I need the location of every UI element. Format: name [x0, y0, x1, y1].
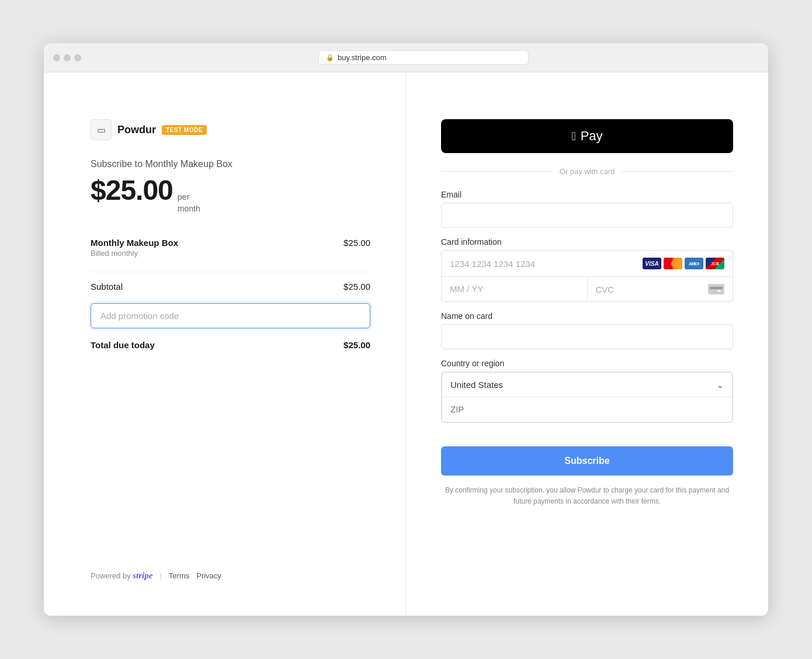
merchant-name: Powdur [117, 124, 156, 136]
or-line-left [441, 171, 553, 172]
subscribe-title: Subscribe to Monthly Makeup Box [91, 159, 370, 169]
subtotal-label: Subtotal [91, 282, 123, 292]
name-on-card-label: Name on card [441, 311, 733, 321]
line-item-sub: Billed monthly [91, 249, 178, 258]
powered-by-text: Powered by stripe [91, 571, 152, 581]
apple-pay-button[interactable]:  Pay [441, 119, 733, 153]
url-bar-inner[interactable]: 🔒 buy.stripe.com [318, 50, 529, 65]
total-row: Total due today $25.00 [91, 340, 370, 350]
browser-window: 🔒 buy.stripe.com ▭ Powdur TEST MODE Subs… [44, 43, 768, 616]
total-label: Total due today [91, 340, 155, 350]
divider [91, 272, 370, 272]
price-amount: $25.00 [91, 174, 173, 206]
card-number-placeholder: 1234 1234 1234 1234 [450, 259, 535, 269]
apple-pay-label: Pay [581, 129, 603, 144]
card-info-label: Card information [441, 237, 733, 247]
mastercard-icon [664, 258, 682, 269]
browser-chrome: 🔒 buy.stripe.com [44, 43, 768, 72]
card-cvc-input[interactable]: CVC [588, 277, 733, 301]
jcb-icon: JCB [706, 258, 724, 269]
country-region-group: Country or region United States ⌄ [441, 359, 733, 423]
country-selected-value: United States [450, 380, 503, 390]
visa-icon: VISA [643, 258, 661, 269]
subtotal-amount: $25.00 [343, 282, 370, 292]
svg-rect-2 [717, 290, 721, 292]
left-footer: Powered by stripe | Terms Privacy [91, 571, 370, 581]
svg-rect-1 [710, 287, 723, 289]
card-info-group: Card information 1234 1234 1234 1234 VIS… [441, 237, 733, 302]
total-amount: $25.00 [343, 340, 370, 350]
merchant-icon: ▭ [91, 119, 112, 140]
merchant-icon-symbol: ▭ [97, 124, 106, 136]
left-panel: ▭ Powdur TEST MODE Subscribe to Monthly … [44, 72, 406, 616]
terms-link[interactable]: Terms [169, 571, 189, 580]
chevron-down-icon: ⌄ [717, 380, 724, 390]
card-expiry-input[interactable]: MM / YY [442, 277, 588, 301]
country-region-wrapper: United States ⌄ [441, 372, 733, 423]
price-period: per month [178, 192, 200, 214]
or-line-right [622, 171, 733, 172]
zip-input-wrapper [442, 397, 733, 422]
browser-content: ▭ Powdur TEST MODE Subscribe to Monthly … [44, 72, 768, 616]
browser-url-bar: 🔒 buy.stripe.com [88, 50, 759, 65]
zip-input[interactable] [450, 404, 724, 414]
card-expiry-cvc-row: MM / YY CVC [441, 277, 733, 302]
footer-divider: | [159, 571, 161, 580]
terms-text: By confirming your subscription, you all… [441, 485, 733, 507]
subscribe-button[interactable]: Subscribe [441, 446, 733, 476]
dot-red [53, 54, 60, 61]
right-panel:  Pay Or pay with card Email Card inform… [406, 72, 768, 616]
email-group: Email [441, 190, 733, 228]
dot-green [74, 54, 81, 61]
line-items: Monthly Makeup Box Billed monthly $25.00 [91, 238, 370, 258]
or-divider: Or pay with card [441, 167, 733, 176]
country-region-label: Country or region [441, 359, 733, 368]
email-label: Email [441, 190, 733, 199]
amex-icon: AMEX [685, 258, 703, 269]
line-item: Monthly Makeup Box Billed monthly $25.00 [91, 238, 370, 258]
apple-logo-icon:  [571, 130, 575, 143]
or-text: Or pay with card [560, 167, 615, 176]
price-block: $25.00 per month [91, 174, 370, 214]
lock-icon: 🔒 [326, 54, 334, 61]
line-item-description: Monthly Makeup Box Billed monthly [91, 238, 178, 258]
promo-input-wrapper [91, 303, 370, 328]
cvc-card-icon [708, 284, 724, 294]
line-item-amount: $25.00 [343, 238, 370, 248]
email-input[interactable] [441, 203, 733, 228]
promo-code-input[interactable] [91, 303, 370, 328]
test-mode-badge: TEST MODE [162, 125, 207, 135]
dot-yellow [64, 54, 71, 61]
privacy-link[interactable]: Privacy [196, 571, 221, 580]
left-main: ▭ Powdur TEST MODE Subscribe to Monthly … [91, 119, 370, 536]
line-item-label: Monthly Makeup Box [91, 238, 178, 248]
name-on-card-group: Name on card [441, 311, 733, 349]
card-number-row[interactable]: 1234 1234 1234 1234 VISA AMEX JCB [441, 250, 733, 277]
country-select[interactable]: United States ⌄ [442, 372, 733, 397]
browser-dots [53, 54, 81, 61]
merchant-header: ▭ Powdur TEST MODE [91, 119, 370, 140]
stripe-logo: stripe [133, 571, 152, 580]
url-text: buy.stripe.com [338, 53, 387, 62]
card-icons: VISA AMEX JCB [643, 258, 724, 269]
subtotal-row: Subtotal $25.00 [91, 282, 370, 292]
name-on-card-input[interactable] [441, 324, 733, 349]
